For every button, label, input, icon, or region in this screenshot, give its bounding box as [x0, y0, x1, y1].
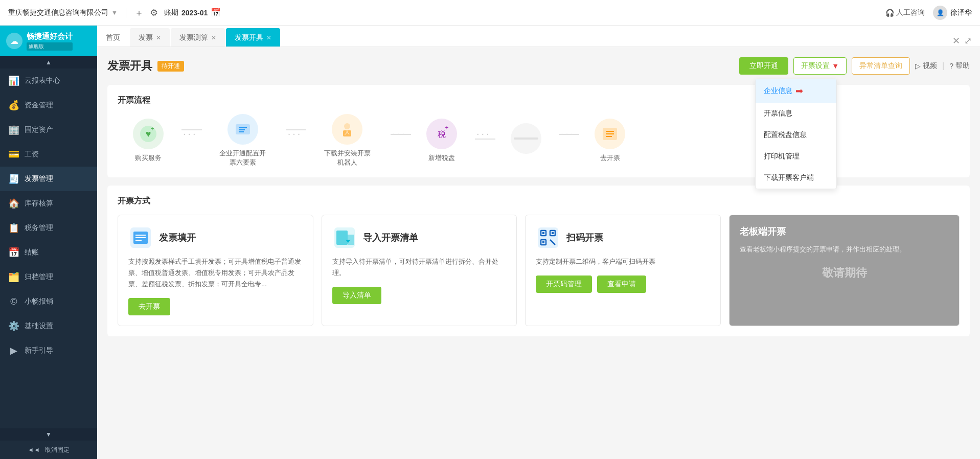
tab-invoice-close[interactable]: ✕: [156, 34, 161, 41]
method-card-boss: 老板端开票 查看老板端小程序提交的开票申请，并作出相应的处理。 敬请期待: [729, 215, 960, 326]
svg-rect-23: [336, 231, 348, 245]
tab-bar: 首页 发票 ✕ 发票测算 ✕ 发票开具 ✕ ✕ ⤢: [97, 26, 980, 47]
method-card-scan-header: 扫码开票: [536, 225, 710, 250]
status-badge: 待开通: [157, 61, 184, 72]
video-button[interactable]: ▷ 视频: [915, 61, 937, 71]
sidebar-item-invoice[interactable]: 🧾 发票管理: [0, 167, 97, 191]
dropdown-item-invoice-info[interactable]: 开票信息: [756, 103, 836, 124]
abnormal-list-button[interactable]: 异常清单查询: [852, 57, 910, 75]
page-title: 发票开具: [107, 58, 152, 74]
flow-step-1-icon: ♥+: [133, 119, 164, 149]
coming-soon-text: 敬请期待: [740, 265, 949, 281]
logo-icon: ☁: [6, 33, 22, 49]
sidebar-item-report[interactable]: © 小畅报销: [0, 289, 97, 314]
dropdown-item-company-info[interactable]: 企业信息 ➡: [756, 79, 836, 103]
add-company-icon[interactable]: ＋: [134, 7, 144, 19]
method-card-manual-icon: [128, 225, 153, 250]
svg-rect-29: [552, 232, 554, 234]
page-title-area: 发票开具 待开通: [107, 58, 184, 74]
qr-manage-button[interactable]: 开票码管理: [536, 276, 592, 293]
company-name[interactable]: 重庆畅捷交通信息咨询有限公司 ▼: [8, 8, 118, 17]
method-card-scan-title: 扫码开票: [566, 232, 603, 244]
window-close-btn[interactable]: ✕: [952, 35, 960, 47]
consulting-button[interactable]: 🎧 人工咨询: [885, 8, 925, 17]
period-info: 账期 2023-01 📅: [164, 8, 221, 17]
logo-text: 畅捷通好会计: [27, 32, 73, 41]
help-icon: ?: [949, 62, 953, 70]
activate-button[interactable]: 立即开通: [739, 57, 788, 75]
settings-icon[interactable]: ⚙: [150, 7, 158, 18]
flow-step-6-icon: [595, 119, 625, 149]
user-info[interactable]: 👤 徐泽华: [933, 6, 972, 20]
account-icon: 📅: [8, 247, 19, 258]
sidebar-item-cloud-report[interactable]: 📊 云报表中心: [0, 68, 97, 93]
report-icon: ©: [8, 296, 19, 307]
divider: [126, 8, 126, 18]
page-header: 发票开具 待开通 立即开通 开票设置 ▼ 异常清单查询 ▷ 视频: [107, 57, 970, 75]
tab-invoice-open-close[interactable]: ✕: [266, 34, 271, 41]
flow-step-3-label: 下载并安装开票机器人: [322, 149, 373, 167]
method-card-scan-icon: [536, 225, 560, 250]
top-right: 🎧 人工咨询 👤 徐泽华: [885, 6, 972, 20]
flow-step-4-label: 新增税盘: [428, 153, 455, 163]
guide-icon: ▶: [8, 345, 19, 356]
calendar-icon[interactable]: 📅: [211, 8, 221, 17]
settings-dropdown-menu: 企业信息 ➡ 开票信息 配置税盘信息 打印机管理: [755, 79, 837, 189]
dropdown-item-printer[interactable]: 打印机管理: [756, 146, 836, 167]
sidebar-item-asset[interactable]: 🏢 固定资产: [0, 118, 97, 142]
window-expand-btn[interactable]: ⤢: [964, 35, 972, 47]
sidebar: ☁ 畅捷通好会计 旗舰版 ▲ 📊 云报表中心 💰 资金管理 🏢 固定资产 💳: [0, 26, 97, 459]
settings-dropdown-button[interactable]: 开票设置 ▼: [793, 57, 847, 75]
cloud-report-icon: 📊: [8, 75, 19, 86]
asset-icon: 🏢: [8, 124, 19, 135]
view-apply-button[interactable]: 查看申请: [597, 276, 646, 293]
sidebar-item-guide[interactable]: ▶ 新手引导: [0, 338, 97, 363]
logo-area: ☁ 畅捷通好会计 旗舰版: [0, 26, 97, 56]
tab-home[interactable]: 首页: [97, 28, 129, 47]
methods-title: 开票方式: [118, 196, 960, 206]
sidebar-item-cancel-fixed[interactable]: ◄◄ 取消固定: [0, 441, 97, 459]
method-card-manual-title: 发票填开: [159, 232, 196, 244]
sidebar-item-tax[interactable]: 📋 税务管理: [0, 216, 97, 240]
svg-text:人: 人: [345, 129, 350, 135]
methods-section: 开票方式 发票填开 支持按照发票样式手工填开发票；可开具增值税电: [107, 186, 970, 336]
sidebar-scroll-up[interactable]: ▲: [0, 56, 97, 68]
settings-sidebar-icon: ⚙️: [8, 320, 19, 332]
sidebar-item-account[interactable]: 📅 结账: [0, 240, 97, 265]
dropdown-item-download-client[interactable]: 下载开票客户端: [756, 167, 836, 189]
sidebar-item-archive[interactable]: 🗂️ 归档管理: [0, 265, 97, 289]
flow-step-2-label: 企业开通配置开票六要素: [217, 149, 268, 167]
method-card-manual-desc: 支持按照发票样式手工填开发票；可开具增值税电子普通发票、增值税普通发票、增值税专…: [128, 256, 303, 290]
logo-badge: 旗舰版: [27, 42, 73, 51]
invoice-icon: 🧾: [8, 173, 19, 185]
sidebar-item-fund[interactable]: 💰 资金管理: [0, 93, 97, 118]
flow-step-6-label: 去开票: [600, 153, 620, 163]
method-card-scan: 扫码开票 支持定制开票二维码，客户端可扫码开票 开票码管理 查看申请: [525, 215, 721, 326]
flow-step-5-icon: [511, 123, 541, 154]
chevron-down-icon: ▼: [832, 62, 839, 70]
sidebar-item-inventory[interactable]: 🏠 库存核算: [0, 191, 97, 216]
sidebar-item-settings[interactable]: ⚙️ 基础设置: [0, 314, 97, 338]
import-list-button[interactable]: 导入清单: [332, 287, 381, 304]
method-card-import-actions: 导入清单: [332, 287, 507, 304]
dropdown-item-tax-config[interactable]: 配置税盘信息: [756, 124, 836, 146]
header-actions: 立即开通 开票设置 ▼ 异常清单查询 ▷ 视频 | ?: [739, 57, 970, 75]
method-card-manual-actions: 去开票: [128, 298, 303, 315]
svg-text:+: +: [150, 125, 154, 132]
flow-dots-5: ···: [561, 128, 576, 140]
svg-rect-30: [542, 241, 544, 243]
help-button[interactable]: ? 帮助: [949, 61, 970, 71]
flow-section: 开票流程 ♥+ 购买服务 ···: [107, 85, 970, 177]
sidebar-scroll-down[interactable]: ▼: [0, 428, 97, 441]
method-card-boss-header: 老板端开票: [740, 225, 949, 238]
headset-icon: 🎧: [885, 9, 894, 17]
company-dropdown-icon: ▼: [111, 9, 118, 16]
tab-invoice-test[interactable]: 发票测算 ✕: [171, 28, 225, 47]
tab-invoice-test-close[interactable]: ✕: [211, 34, 216, 41]
manual-invoice-button[interactable]: 去开票: [128, 298, 170, 315]
tab-invoice[interactable]: 发票 ✕: [130, 28, 170, 47]
method-card-import-title: 导入开票清单: [363, 232, 418, 244]
sidebar-item-salary[interactable]: 💳 工资: [0, 142, 97, 167]
flow-dots-3: ···: [392, 128, 407, 140]
tab-invoice-open[interactable]: 发票开具 ✕: [226, 28, 280, 47]
